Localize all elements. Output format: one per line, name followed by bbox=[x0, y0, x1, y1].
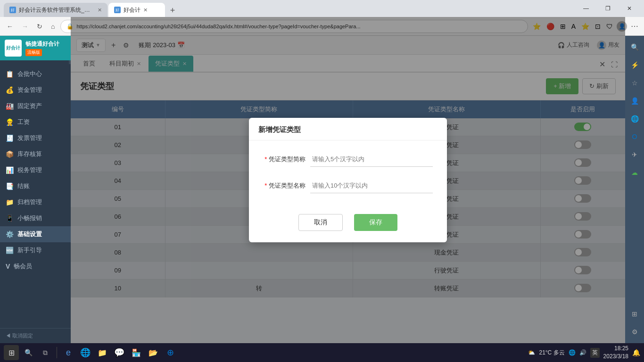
settings-icon: ⚙️ bbox=[6, 230, 14, 238]
inventory-icon: 📦 bbox=[6, 150, 14, 158]
sidebar-item-expense[interactable]: 📱 小畅报销 bbox=[0, 210, 71, 226]
new-tab-btn[interactable]: + bbox=[166, 4, 179, 17]
assets-icon: 🏭 bbox=[6, 102, 14, 110]
taskbar-right-area: ⛅ 21°C 多云 🌐 🔊 英 18:25 2023/3/18 🔔 bbox=[528, 345, 640, 361]
taskbar-app5-btn[interactable]: 🏪 bbox=[129, 345, 144, 360]
invoice-icon: 🧾 bbox=[6, 134, 14, 142]
sidebar-item-tax[interactable]: 📊 税务管理 bbox=[0, 162, 71, 178]
full-name-label: * 凭证类型名称 bbox=[263, 181, 305, 190]
taskbar: ⊞ 🔍 ⧉ e 🌐 📁 💬 🏪 📂 ⊕ ⛅ 21°C 多云 🌐 🔊 英 18:2… bbox=[0, 343, 644, 362]
archive-icon: 📁 bbox=[6, 198, 14, 206]
logo-badge: 流畅版 bbox=[25, 49, 42, 56]
volume-icon: 🔊 bbox=[579, 349, 586, 356]
logo-icon: 好合计 bbox=[5, 40, 22, 57]
right-bolt-btn[interactable]: ⚡ bbox=[627, 58, 642, 73]
weather-text: 21°C 多云 bbox=[539, 349, 564, 357]
sidebar-item-payroll[interactable]: 👷 工资 bbox=[0, 114, 71, 130]
back-btn[interactable]: ← bbox=[4, 21, 16, 32]
guide-label: 新手引导 bbox=[17, 246, 42, 255]
inventory-label: 库存核算 bbox=[17, 150, 42, 158]
maximize-btn[interactable]: ❐ bbox=[597, 2, 619, 15]
right-settings-btn[interactable]: ⚙ bbox=[627, 324, 642, 339]
weather-icon: ⛅ bbox=[528, 349, 535, 356]
sidebar-item-reports[interactable]: 📋 会批中心 bbox=[0, 66, 71, 82]
modal-header: 新增凭证类型 bbox=[249, 118, 447, 140]
sidebar-item-vip[interactable]: V 畅会员 bbox=[0, 258, 71, 274]
taskbar-files-btn[interactable]: 📂 bbox=[146, 345, 161, 360]
notification-btn[interactable]: 🔔 bbox=[632, 349, 640, 356]
more-btn[interactable]: ⋯ bbox=[629, 21, 640, 32]
sidebar-item-archive[interactable]: 📁 归档管理 bbox=[0, 194, 71, 210]
tab1-favicon: 好 bbox=[9, 7, 16, 13]
right-outlook-btn[interactable]: O bbox=[627, 129, 642, 144]
cancel-button[interactable]: 取消 bbox=[298, 214, 343, 231]
input-lang: 英 bbox=[590, 348, 600, 358]
forward-btn[interactable]: → bbox=[19, 21, 31, 32]
full-name-input[interactable] bbox=[310, 178, 433, 193]
guide-icon: 🆕 bbox=[6, 247, 14, 254]
tab1-label: 好会计云务软件管理系统_会计 bbox=[19, 6, 95, 14]
taskbar-search-btn[interactable]: 🔍 bbox=[21, 345, 36, 360]
expense-icon: 📱 bbox=[6, 214, 14, 222]
right-star-btn[interactable]: ☆ bbox=[627, 75, 642, 90]
right-cloud-btn[interactable]: ☁ bbox=[627, 165, 642, 180]
tab2-close[interactable]: ✕ bbox=[143, 7, 148, 13]
right-grid-btn[interactable]: ⊞ bbox=[627, 306, 642, 321]
settings-label: 基础设置 bbox=[17, 230, 42, 239]
modal-title: 新增凭证类型 bbox=[258, 125, 301, 133]
full-name-row: * 凭证类型名称 bbox=[263, 178, 433, 193]
taskbar-multitask-btn[interactable]: ⧉ bbox=[38, 345, 53, 360]
sidebar-footer[interactable]: ◀ 取消固定 bbox=[0, 328, 71, 343]
taskbar-wechat-btn[interactable]: 💬 bbox=[112, 345, 127, 360]
short-name-input[interactable] bbox=[310, 152, 433, 167]
save-button[interactable]: 保存 bbox=[354, 214, 397, 231]
network-icon: 🌐 bbox=[569, 349, 576, 356]
right-mail-btn[interactable]: ✈ bbox=[627, 147, 642, 162]
close-period-label: 结账 bbox=[17, 182, 30, 190]
modal-dialog: 新增凭证类型 * 凭证类型简称 * 凭证类型名称 取消 保存 bbox=[249, 118, 447, 242]
sidebar-item-guide[interactable]: 🆕 新手引导 bbox=[0, 242, 71, 258]
right-person-btn[interactable]: 👤 bbox=[627, 93, 642, 108]
browser-tab-2[interactable]: 好 好会计 ✕ bbox=[108, 3, 165, 17]
right-search-btn[interactable]: 🔍 bbox=[627, 40, 642, 55]
date: 2023/3/18 bbox=[603, 353, 628, 361]
reports-label: 会批中心 bbox=[17, 70, 42, 78]
taskbar-explorer-btn[interactable]: 📁 bbox=[95, 345, 110, 360]
start-btn[interactable]: ⊞ bbox=[4, 345, 19, 360]
right-circle-btn[interactable]: 🌐 bbox=[627, 111, 642, 126]
taskbar-edge-btn[interactable]: e bbox=[61, 345, 76, 360]
modal-overlay: 新增凭证类型 * 凭证类型简称 * 凭证类型名称 取消 保存 bbox=[71, 17, 625, 343]
sidebar-item-close[interactable]: 📑 结账 bbox=[0, 178, 71, 194]
tab2-favicon: 好 bbox=[114, 7, 121, 13]
short-name-label: * 凭证类型简称 bbox=[263, 155, 305, 164]
modal-body: * 凭证类型简称 * 凭证类型名称 bbox=[249, 140, 447, 208]
invoice-label: 发票管理 bbox=[17, 134, 42, 142]
taskbar-chrome-btn[interactable]: 🌐 bbox=[78, 345, 93, 360]
sidebar-item-inventory[interactable]: 📦 库存核算 bbox=[0, 146, 71, 162]
minimize-btn[interactable]: — bbox=[575, 2, 597, 15]
modal-footer: 取消 保存 bbox=[249, 208, 447, 242]
home-btn[interactable]: ⌂ bbox=[48, 21, 58, 32]
tab1-close[interactable]: ✕ bbox=[98, 7, 102, 13]
sidebar-item-funds[interactable]: 💰 资金管理 bbox=[0, 82, 71, 98]
funds-icon: 💰 bbox=[6, 86, 14, 94]
payroll-label: 工资 bbox=[17, 118, 30, 126]
time: 18:25 bbox=[603, 345, 628, 353]
reports-icon: 📋 bbox=[6, 70, 14, 78]
short-name-row: * 凭证类型简称 bbox=[263, 152, 433, 167]
sidebar-item-settings[interactable]: ⚙️ 基础设置 bbox=[0, 226, 71, 242]
tab2-label: 好会计 bbox=[124, 6, 140, 14]
vip-icon: V bbox=[6, 263, 10, 270]
close-btn[interactable]: ✕ bbox=[619, 2, 640, 15]
taskbar-edge2-btn[interactable]: ⊕ bbox=[163, 345, 178, 360]
assets-label: 固定资产 bbox=[17, 102, 42, 110]
browser-tab-1[interactable]: 好 好会计云务软件管理系统_会计 ✕ bbox=[4, 3, 107, 17]
sidebar-item-invoice[interactable]: 🧾 发票管理 bbox=[0, 130, 71, 146]
reload-btn[interactable]: ↻ bbox=[34, 21, 45, 32]
clock: 18:25 2023/3/18 bbox=[603, 345, 628, 361]
sidebar-item-assets[interactable]: 🏭 固定资产 bbox=[0, 98, 71, 114]
right-panel: 🔍 ⚡ ☆ 👤 🌐 O ✈ ☁ ⊞ ⚙ bbox=[625, 36, 644, 343]
logo-text: 畅捷通好合计 bbox=[25, 40, 59, 48]
close-period-icon: 📑 bbox=[6, 182, 14, 190]
payroll-icon: 👷 bbox=[6, 118, 14, 126]
